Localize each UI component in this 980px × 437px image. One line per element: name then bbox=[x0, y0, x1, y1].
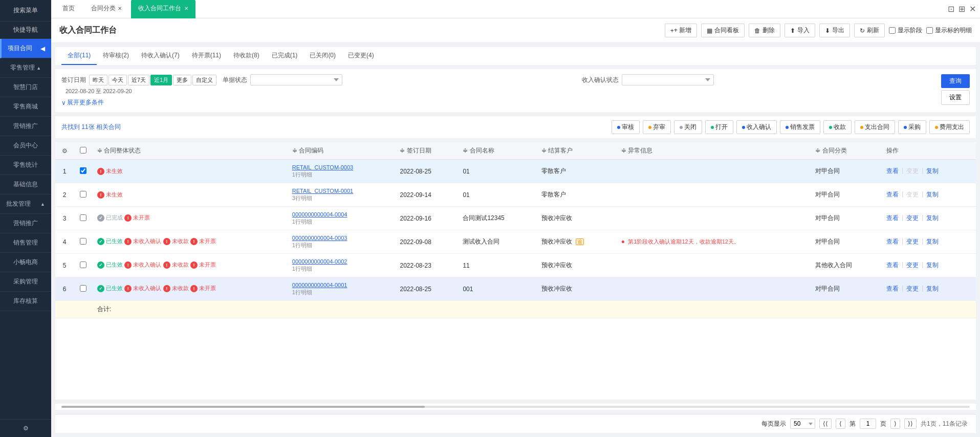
refresh-button[interactable]: ↻ 刷新 bbox=[854, 24, 885, 37]
action-view[interactable]: 查看 bbox=[886, 261, 899, 270]
new-button[interactable]: + + 新增 bbox=[665, 24, 697, 37]
tab-bar-maximize-icon[interactable]: ⊞ bbox=[959, 4, 965, 14]
sidebar-item-purchase[interactable]: 采购管理 bbox=[0, 272, 51, 292]
abandon-btn[interactable]: 弃审 bbox=[643, 120, 671, 134]
action-view[interactable]: 查看 bbox=[886, 237, 899, 246]
sidebar-search[interactable]: 搜索菜单 bbox=[0, 0, 51, 21]
filter-tab-pending-confirm[interactable]: 待收入确认(7) bbox=[135, 47, 186, 65]
setting-button[interactable]: 设置 bbox=[941, 90, 970, 105]
open-contract-btn[interactable]: 打开 bbox=[705, 120, 733, 134]
tab-income-workbench[interactable]: 收入合同工作台 ✕ bbox=[131, 0, 195, 18]
sidebar-item-stats[interactable]: 零售统计 bbox=[0, 156, 51, 175]
tab-home[interactable]: 首页 bbox=[55, 0, 82, 18]
select-all-checkbox[interactable] bbox=[80, 147, 86, 154]
page-number-input[interactable] bbox=[860, 419, 876, 429]
collection-btn[interactable]: 收款 bbox=[823, 120, 852, 134]
page-size-select[interactable]: 50 100 200 bbox=[790, 419, 815, 429]
expense-contract-btn[interactable]: 支出合同 bbox=[855, 120, 895, 134]
contract-link[interactable]: 0000000000004-0003 bbox=[292, 235, 347, 241]
date-btn-more[interactable]: 更多 bbox=[173, 75, 191, 85]
action-copy[interactable]: 复制 bbox=[926, 214, 939, 223]
row-checkbox[interactable] bbox=[80, 261, 86, 268]
first-page-btn[interactable]: ⟨⟨ bbox=[819, 419, 832, 429]
show-details-input[interactable] bbox=[926, 27, 933, 34]
show-fields-input[interactable] bbox=[889, 27, 896, 34]
action-copy[interactable]: 复制 bbox=[926, 285, 939, 293]
action-view[interactable]: 查看 bbox=[886, 167, 899, 176]
action-view[interactable]: 查看 bbox=[886, 285, 899, 293]
delete-button[interactable]: 🗑 删除 bbox=[749, 24, 780, 37]
contract-link[interactable]: RETAIL_CUSTOM-0003 bbox=[292, 164, 353, 170]
expand-more-btn[interactable]: ∨ 展开更多条件 bbox=[61, 98, 935, 107]
sidebar-item-retail[interactable]: 零售管理 ▲ bbox=[0, 58, 51, 78]
action-copy[interactable]: 复制 bbox=[926, 190, 939, 199]
filter-tab-closed[interactable]: 已关闭(0) bbox=[303, 47, 342, 65]
contract-link[interactable]: 0000000000004-0001 bbox=[292, 282, 347, 288]
row-checkbox[interactable] bbox=[80, 191, 86, 198]
sidebar-item-project[interactable]: 项目合同 ◀ bbox=[0, 39, 51, 58]
contract-link[interactable]: 0000000000004-0002 bbox=[292, 258, 347, 265]
sidebar-item-wholesale[interactable]: 批发管理 ▲ bbox=[0, 194, 51, 214]
sidebar-item-member[interactable]: 会员中心 bbox=[0, 136, 51, 156]
tab-contract-type-close[interactable]: ✕ bbox=[118, 6, 122, 11]
contract-link[interactable]: 0000000000004-0004 bbox=[292, 211, 347, 217]
contract-link[interactable]: RETAIL_CUSTOM-0001 bbox=[292, 188, 353, 194]
action-edit[interactable]: 变更 bbox=[906, 285, 919, 293]
income-confirm-btn[interactable]: 收入确认 bbox=[736, 120, 777, 134]
expense-out-btn[interactable]: 费用支出 bbox=[929, 120, 970, 134]
sidebar-item-sales[interactable]: 销售管理 bbox=[0, 233, 51, 253]
tab-contract-type[interactable]: 合同分类 ✕ bbox=[84, 0, 129, 18]
action-edit[interactable]: 变更 bbox=[906, 214, 919, 223]
date-btn-7days[interactable]: 近7天 bbox=[128, 75, 149, 85]
income-confirm-select[interactable] bbox=[622, 74, 714, 85]
sidebar-item-smart-store[interactable]: 智慧门店 bbox=[0, 78, 51, 97]
sidebar-item-basic[interactable]: 基础信息 bbox=[0, 175, 51, 194]
prev-page-btn[interactable]: ⟨ bbox=[836, 419, 845, 429]
export-button[interactable]: ⬇ 导出 bbox=[819, 24, 850, 37]
show-details-checkbox[interactable]: 显示标的明细 bbox=[926, 26, 972, 35]
date-btn-yesterday[interactable]: 昨天 bbox=[89, 75, 107, 85]
filter-tab-pending-payment[interactable]: 待收款(8) bbox=[227, 47, 266, 65]
action-copy[interactable]: 复制 bbox=[926, 237, 939, 246]
action-edit[interactable]: 变更 bbox=[906, 190, 919, 199]
col-settings[interactable]: ⚙ bbox=[55, 142, 74, 160]
tab-bar-close-icon[interactable]: ✕ bbox=[969, 4, 976, 14]
filter-tab-completed[interactable]: 已完成(1) bbox=[266, 47, 304, 65]
action-edit[interactable]: 变更 bbox=[906, 237, 919, 246]
horizontal-scrollbar[interactable] bbox=[55, 404, 976, 410]
date-btn-today[interactable]: 今天 bbox=[108, 75, 127, 85]
sidebar-item-marketing2[interactable]: 营销推广 bbox=[0, 214, 51, 233]
doc-status-select[interactable] bbox=[250, 74, 342, 85]
search-button[interactable]: 查询 bbox=[941, 74, 970, 88]
import-button[interactable]: ⬆ 导入 bbox=[785, 24, 815, 37]
date-btn-1month[interactable]: 近1月 bbox=[150, 75, 172, 85]
date-btn-custom[interactable]: 自定义 bbox=[192, 75, 216, 85]
sidebar-quick-nav[interactable]: 快捷导航 bbox=[0, 21, 51, 39]
sidebar-settings[interactable]: ⚙ bbox=[0, 419, 51, 437]
action-edit[interactable]: 变更 bbox=[906, 167, 919, 176]
filter-tab-pending-invoice[interactable]: 待开票(11) bbox=[186, 47, 227, 65]
sales-invoice-btn[interactable]: 销售发票 bbox=[780, 120, 820, 134]
kanban-button[interactable]: ▦ 合同看板 bbox=[701, 24, 745, 37]
last-page-btn[interactable]: ⟩⟩ bbox=[904, 419, 917, 429]
action-view[interactable]: 查看 bbox=[886, 214, 899, 223]
sidebar-item-xiaowei[interactable]: 小畅电商 bbox=[0, 253, 51, 272]
purchase-btn[interactable]: 采购 bbox=[898, 120, 926, 134]
action-edit[interactable]: 变更 bbox=[906, 261, 919, 270]
filter-tab-changed[interactable]: 已变更(4) bbox=[342, 47, 380, 65]
row-checkbox[interactable] bbox=[80, 167, 86, 174]
action-view[interactable]: 查看 bbox=[886, 190, 899, 199]
row-checkbox[interactable] bbox=[80, 285, 86, 292]
filter-tab-pending-review[interactable]: 待审核(2) bbox=[97, 47, 135, 65]
tab-income-workbench-close[interactable]: ✕ bbox=[184, 6, 188, 11]
scroll-thumb[interactable] bbox=[61, 406, 425, 408]
sidebar-item-marketing[interactable]: 营销推广 bbox=[0, 117, 51, 136]
action-copy[interactable]: 复制 bbox=[926, 261, 939, 270]
row-checkbox[interactable] bbox=[80, 214, 86, 221]
next-page-btn[interactable]: ⟩ bbox=[890, 419, 900, 429]
sidebar-item-ecommerce[interactable]: 零售商城 bbox=[0, 97, 51, 117]
show-fields-checkbox[interactable]: 显示阶段 bbox=[889, 26, 922, 35]
audit-btn[interactable]: 审核 bbox=[612, 120, 640, 134]
action-copy[interactable]: 复制 bbox=[926, 167, 939, 176]
sidebar-item-inventory[interactable]: 库存核算 bbox=[0, 292, 51, 311]
